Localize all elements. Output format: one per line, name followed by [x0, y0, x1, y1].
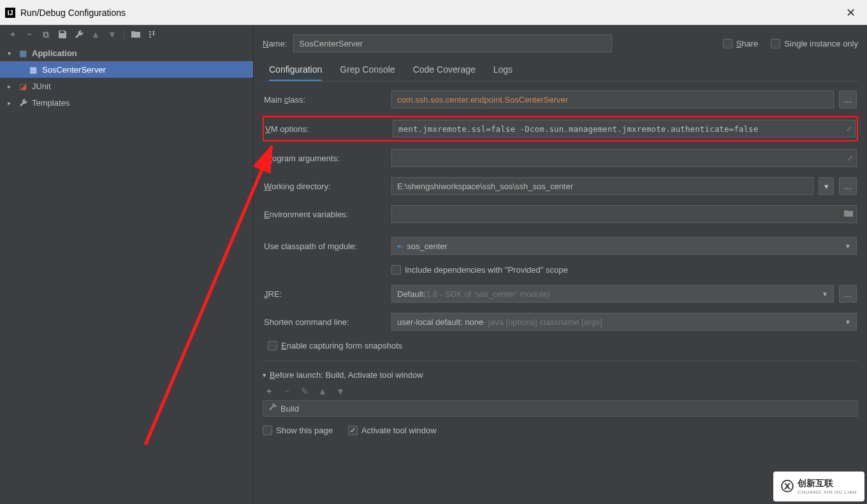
share-label: Share	[736, 39, 759, 48]
tab-configuration[interactable]: Configuration	[269, 64, 322, 81]
browse-working-dir-button[interactable]: …	[839, 177, 857, 195]
chevron-down-icon: ▾	[8, 50, 14, 57]
env-vars-input[interactable]	[391, 205, 857, 223]
program-args-input[interactable]	[391, 149, 857, 167]
shorten-value: user-local default: none	[397, 317, 483, 327]
chevron-right-icon: ▸	[8, 99, 14, 106]
toolbar-separator	[124, 29, 124, 40]
config-tree: ▾ ▦ Application ▦ SosCenterServer ▸ ◪ JU…	[0, 43, 253, 504]
add-icon[interactable]: ＋	[6, 28, 19, 41]
intellij-logo-icon: IJ	[5, 8, 15, 18]
config-form: Main class: … VM options: ⤢ Program argu…	[263, 90, 858, 350]
row-working-dir: Working directory: ▾ …	[264, 177, 857, 195]
checkbox-icon	[723, 39, 732, 48]
up-icon[interactable]: ▲	[316, 385, 329, 398]
jre-label: JRE:	[264, 289, 386, 299]
tabs: Configuration Grep Console Code Coverage…	[263, 61, 858, 82]
shorten-label: Shorten command line:	[264, 317, 386, 327]
junit-icon: ◪	[18, 82, 28, 91]
remove-icon[interactable]: －	[23, 28, 36, 41]
form-snapshots-label: Enable capturing form snapshots	[281, 341, 402, 350]
save-icon[interactable]	[56, 28, 69, 41]
working-dir-dropdown[interactable]: ▾	[819, 177, 834, 195]
chevron-down-icon: ▼	[822, 291, 828, 298]
wrench-icon[interactable]	[73, 28, 85, 41]
tree-junit[interactable]: ▸ ◪ JUnit	[0, 78, 253, 94]
tree-application-label: Application	[32, 48, 77, 58]
up-icon[interactable]: ▲	[89, 28, 102, 41]
program-args-label: Program arguments:	[264, 154, 386, 163]
before-launch-section: ▾ Before launch: Build, Activate tool wi…	[263, 370, 858, 435]
jre-value: Default	[397, 289, 423, 299]
main-class-input[interactable]	[391, 90, 834, 108]
browse-main-class-button[interactable]: …	[839, 90, 857, 108]
name-label: Name:	[263, 39, 287, 48]
before-launch-label: Before launch: Build, Activate tool wind…	[270, 370, 423, 380]
single-instance-checkbox[interactable]: Single instance only	[771, 39, 858, 48]
name-input[interactable]	[293, 34, 612, 52]
browse-jre-button[interactable]: …	[839, 285, 857, 303]
bottom-checks: Show this page ✓ Activate tool window	[263, 426, 858, 435]
shorten-select[interactable]: user-local default: none - java [options…	[391, 313, 857, 331]
before-launch-item[interactable]: Build	[263, 400, 858, 417]
templates-icon	[18, 99, 28, 107]
folder-icon[interactable]	[844, 210, 853, 219]
checkbox-icon	[263, 426, 272, 435]
before-launch-toolbar: ＋ － ✎ ▲ ▼	[263, 385, 858, 398]
close-button[interactable]: ✕	[840, 3, 862, 22]
classpath-label: Use classpath of module:	[264, 241, 386, 251]
down-icon[interactable]: ▼	[334, 385, 347, 398]
tree-soscenterserver[interactable]: ▦ SosCenterServer	[0, 61, 253, 78]
tab-grep-console[interactable]: Grep Console	[340, 64, 395, 81]
folder-icon[interactable]	[129, 28, 142, 41]
row-vm-options: VM options: ⤢	[263, 116, 858, 141]
main-class-label: Main class:	[264, 95, 386, 104]
classpath-value: sos_center	[407, 241, 448, 251]
application-icon: ▦	[18, 48, 28, 58]
jre-select[interactable]: Default (1.8 - SDK of 'sos_center' modul…	[391, 285, 834, 303]
down-icon[interactable]: ▼	[106, 28, 119, 41]
vm-options-input[interactable]	[393, 120, 856, 138]
watermark-sub: CHUANG XIN HU LIAN	[798, 489, 857, 495]
module-icon: ▪▫	[397, 241, 403, 251]
chevron-right-icon: ▸	[8, 83, 14, 90]
row-main-class: Main class: …	[264, 90, 857, 108]
row-shorten: Shorten command line: user-local default…	[264, 313, 857, 331]
show-page-checkbox[interactable]: Show this page	[263, 426, 333, 435]
row-jre: JRE: Default (1.8 - SDK of 'sos_center' …	[264, 285, 857, 303]
sort-icon[interactable]	[146, 28, 159, 41]
remove-icon[interactable]: －	[280, 385, 293, 398]
left-panel: ＋ － ⧉ ▲ ▼ ▾ ▦ Application	[0, 25, 254, 504]
tree-templates[interactable]: ▸ Templates	[0, 94, 253, 111]
activate-tool-checkbox[interactable]: ✓ Activate tool window	[348, 426, 437, 435]
title-bar: IJ Run/Debug Configurations ✕	[0, 0, 867, 25]
tab-logs[interactable]: Logs	[493, 64, 513, 81]
edit-icon[interactable]: ✎	[298, 385, 311, 398]
before-launch-header[interactable]: ▾ Before launch: Build, Activate tool wi…	[263, 370, 858, 380]
show-page-label: Show this page	[276, 426, 333, 435]
provided-scope-checkbox[interactable]: Include dependencies with "Provided" sco…	[391, 265, 568, 275]
copy-icon[interactable]: ⧉	[40, 28, 52, 41]
form-snapshots-checkbox[interactable]: Enable capturing form snapshots	[268, 341, 402, 350]
watermark-logo-icon: ⓧ	[781, 478, 794, 495]
watermark: ⓧ 创新互联 CHUANG XIN HU LIAN	[773, 472, 864, 501]
share-checkbox[interactable]: Share	[723, 39, 759, 48]
hammer-icon	[268, 403, 277, 414]
working-dir-input[interactable]	[391, 177, 813, 195]
checkbox-icon	[391, 265, 401, 275]
tab-code-coverage[interactable]: Code Coverage	[413, 64, 476, 81]
checkbox-icon	[268, 341, 277, 350]
classpath-select[interactable]: ▪▫ sos_center ▼	[391, 237, 857, 255]
activate-tool-label: Activate tool window	[361, 426, 437, 435]
checkbox-icon	[771, 39, 780, 48]
row-provided-scope: Include dependencies with "Provided" sco…	[264, 265, 857, 275]
row-program-args: Program arguments: ⤢	[264, 149, 857, 167]
shorten-hint: - java [options] classname [args]	[483, 317, 602, 327]
chevron-down-icon: ▾	[263, 371, 266, 378]
add-icon[interactable]: ＋	[263, 385, 275, 398]
tree-junit-label: JUnit	[32, 82, 51, 91]
watermark-brand: 创新互联	[798, 478, 857, 489]
chevron-down-icon: ▼	[845, 319, 851, 326]
tree-application[interactable]: ▾ ▦ Application	[0, 45, 253, 61]
app-run-icon: ▦	[28, 65, 38, 75]
